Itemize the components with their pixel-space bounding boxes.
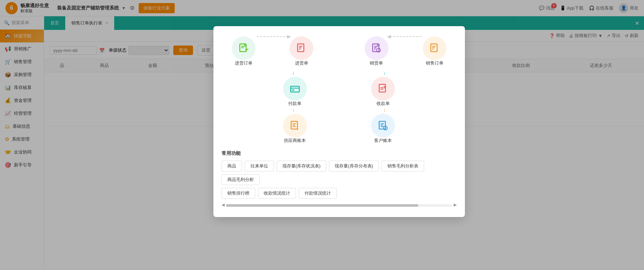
user-btn[interactable]: 👤 用友: [619, 3, 639, 13]
fn-btn-partner[interactable]: 往来单位: [245, 161, 274, 172]
set-btn[interactable]: 设置: [197, 45, 215, 55]
window-close-btn[interactable]: ✕: [630, 20, 644, 26]
template-print-btn[interactable]: 🖨 按模板打印 ▼: [569, 33, 603, 39]
operations-icon: 📈: [5, 110, 11, 116]
enterprise-icon: 🤝: [5, 149, 11, 155]
common-functions-title: 常用功能: [222, 150, 457, 157]
function-btns-row2: 销售排行榜 收款情况统计 付款情况统计: [222, 188, 457, 199]
sidebar-item-enterprise[interactable]: 🤝 企业协同: [0, 146, 44, 159]
col-receipt-ratio: 收款比例: [484, 59, 558, 72]
sidebar-item-purchase[interactable]: 📦 采购管理: [0, 68, 44, 81]
experience-btn[interactable]: 体验行业方案: [139, 3, 175, 13]
purchase-bill-down-arrow: ↓: [275, 70, 312, 75]
refresh-btn[interactable]: ↺ 刷新: [625, 33, 639, 39]
system-icon: ⚙: [5, 136, 9, 142]
col-product: 商品: [80, 59, 129, 72]
tab-sales-order[interactable]: 销售订单执行表 ×: [65, 16, 114, 30]
fn-btn-stock-dist[interactable]: 现存量(库存分布表): [329, 161, 379, 172]
fn-btn-payment-stat[interactable]: 付款情况统计: [299, 188, 337, 199]
date-filter: 📅: [50, 46, 105, 55]
status-label: 单据状态: [109, 47, 126, 53]
service-icon: 🎧: [589, 5, 594, 11]
message-btn[interactable]: 💬 消息 6: [539, 5, 555, 11]
marketing-icon: 📢: [5, 46, 11, 52]
modal-body: 进货订单 ▶ 进货单: [213, 26, 465, 217]
fn-btn-receipt-stat[interactable]: 收款情况统计: [258, 188, 296, 199]
supplier-ledger-icon: [283, 114, 307, 138]
status-filter: 单据状态: [109, 46, 169, 55]
sidebar-item-guide[interactable]: 🎯 新手引导: [0, 159, 44, 172]
logo-area: 6 畅康通好生意 标准版: [5, 2, 49, 14]
logo-icon: 6: [5, 2, 18, 14]
sales-order-label: 销售订单: [426, 60, 443, 66]
guide-icon: 🎯: [5, 162, 11, 168]
finance-icon: 💰: [5, 97, 11, 104]
search-icon: 🔍: [4, 20, 10, 25]
inventory-icon: 📊: [5, 85, 11, 91]
sidebar-item-marketing[interactable]: 📢 营销推广: [0, 42, 44, 55]
top-bar-right: 💬 消息 6 📱 App下载 🎧 在线客服 👤 用友: [539, 3, 639, 13]
payment-bill-icon: [283, 77, 307, 101]
export-btn[interactable]: ↗ 导出: [607, 33, 621, 39]
svg-point-3: [377, 48, 380, 52]
receipt-bill-down-arrow: ↓: [366, 107, 403, 112]
export-icon: ↗: [607, 33, 610, 38]
print-dropdown-icon: ▼: [598, 33, 603, 38]
sidebar-item-system[interactable]: ⚙ 系统管理: [0, 133, 44, 146]
home-icon: 🏠: [5, 33, 11, 39]
sales-icon: 🛒: [5, 59, 11, 65]
refresh-icon: ↺: [625, 33, 628, 38]
flow-node-receipt-bill: 收款单: [371, 77, 395, 107]
flow-node-purchase-order: 进货订单: [232, 36, 256, 66]
online-service-btn[interactable]: 🎧 在线客服: [589, 5, 613, 11]
message-badge: 6: [551, 3, 557, 8]
flow-node-sales-bill: 销货单: [365, 36, 388, 66]
date-input[interactable]: [50, 46, 97, 55]
query-btn[interactable]: 查询: [173, 46, 193, 55]
sales-bill-icon: [365, 36, 388, 60]
supplier-ledger-label: 供应商账本: [284, 138, 306, 144]
modal-scrollbar[interactable]: [226, 204, 452, 207]
tab-home[interactable]: 首页: [44, 16, 65, 30]
sidebar-item-inventory[interactable]: 📊 库存核算: [0, 81, 44, 94]
fn-btn-stock-status[interactable]: 现存量(库存状况表): [277, 161, 327, 172]
purchase-order-label: 进货订单: [235, 60, 253, 66]
flow-node-supplier-ledger: 供应商账本: [283, 114, 307, 144]
calendar-icon[interactable]: 📅: [99, 48, 105, 53]
fn-btn-product[interactable]: 商品: [222, 161, 242, 172]
message-icon: 💬: [539, 5, 544, 11]
sidebar-item-finance[interactable]: 💰 资金管理: [0, 94, 44, 107]
tab-close-btn[interactable]: ×: [106, 21, 108, 25]
fn-btn-sales-profit[interactable]: 销售毛利分析表: [382, 161, 424, 172]
scrollbar-thumb: [226, 204, 418, 207]
avatar: 👤: [619, 3, 628, 13]
logo-text: 畅康通好生意 标准版: [20, 2, 49, 14]
receipt-bill-icon: [371, 77, 395, 101]
scroll-right-btn[interactable]: ▶: [454, 202, 457, 207]
sales-order-icon: [423, 36, 447, 60]
download-icon: 📱: [560, 5, 565, 11]
settings-gear-btn[interactable]: ⚙: [128, 3, 136, 13]
fn-btn-sales-rank[interactable]: 销售排行榜: [222, 188, 255, 199]
modal-scroll-area: ◀ ▶: [222, 201, 457, 210]
scroll-left-btn[interactable]: ◀: [222, 202, 225, 207]
sidebar-item-operations[interactable]: 📈 经营管理: [0, 107, 44, 120]
col-amount: 金额: [128, 59, 177, 72]
help-btn[interactable]: ❓ 帮助: [549, 33, 565, 39]
fn-btn-product-profit[interactable]: 商品毛利分析: [222, 174, 260, 185]
function-btns-row1: 商品 往来单位 现存量(库存状况表) 现存量(库存分布表) 销售毛利分析表 商品…: [222, 161, 457, 185]
sales-bill-down-arrow: ↓: [366, 70, 403, 75]
sidebar-search[interactable]: 🔍 搜索菜单: [0, 16, 44, 30]
app-download-btn[interactable]: 📱 App下载: [560, 5, 584, 11]
svg-rect-5: [291, 86, 299, 92]
purchase-bill-label: 进货单: [295, 60, 308, 66]
sidebar-item-quick-nav[interactable]: 🏠 快捷导航: [0, 30, 44, 42]
sidebar-item-sales[interactable]: 🛒 销售管理: [0, 55, 44, 68]
sales-bill-label: 销货单: [370, 60, 383, 66]
system-dropdown-btn[interactable]: ▼: [122, 6, 126, 11]
system-title: 装备及固定资产辅助管理系统 ▼ ⚙: [57, 3, 136, 13]
sidebar-item-basic-info[interactable]: 🗂 基础信息: [0, 120, 44, 133]
status-select[interactable]: [128, 46, 169, 55]
receipt-bill-label: 收款单: [377, 101, 390, 107]
col-product-abbr: 品: [44, 59, 80, 72]
